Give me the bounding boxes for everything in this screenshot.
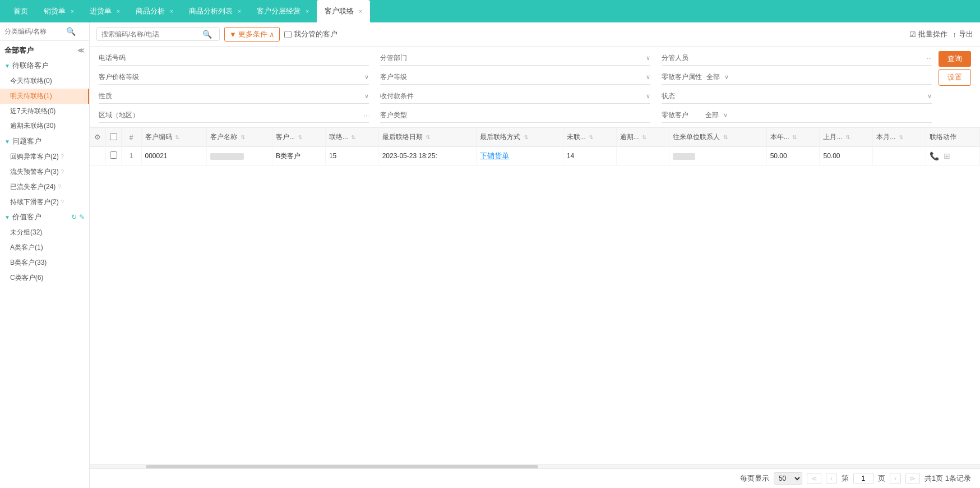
nav-product-analysis-list[interactable]: 商品分析列表 × [181, 0, 249, 22]
col-customer-code[interactable]: 客户编码 ⇅ [141, 128, 207, 147]
nav-purchase[interactable]: 进货单 × [82, 0, 128, 22]
col-this-month[interactable]: 本月... ⇅ [873, 128, 926, 147]
col-check [105, 128, 121, 147]
table-settings-icon[interactable]: ⚙ [94, 133, 101, 141]
value-triangle-icon: ▼ [4, 214, 10, 220]
value-customers-group[interactable]: ▼ 价值客户 ↻ ✎ [0, 209, 89, 225]
per-page-label: 每页显示 [740, 473, 769, 484]
more-filters-button[interactable]: ▼ 更多条件 ∧ [224, 27, 280, 42]
sidebar-search-icon[interactable]: 🔍 [66, 27, 76, 36]
action-grid-icon[interactable]: ⊞ [944, 151, 950, 160]
sidebar-item-class-c[interactable]: C类客户(6) [0, 270, 89, 286]
filter-nature-field: 性质 ∨ [99, 89, 369, 104]
nav-purchase-close[interactable]: × [117, 8, 120, 15]
col-settings[interactable]: ⚙ [90, 128, 105, 147]
export-button[interactable]: ↑ 导出 [953, 29, 974, 39]
filter-phone-input[interactable] [142, 54, 369, 62]
last-date-sort-icon: ⇅ [426, 134, 430, 140]
filter-region-label: 区域（地区） [99, 111, 139, 120]
row-code-cell: 000021 [141, 147, 207, 165]
nav-product-analysis-list-close[interactable]: × [238, 8, 241, 15]
value-edit-icon[interactable]: ✎ [79, 213, 85, 221]
filter-payment-arrow[interactable]: ∨ [646, 93, 650, 100]
pending-customers-group[interactable]: ▼ 待联络客户 [0, 58, 89, 73]
sidebar-item-churn-warning[interactable]: 流失预警客户(3) ? [0, 164, 89, 179]
filter-nature-label: 性质 [99, 91, 138, 101]
sidebar-item-7days[interactable]: 近7天待联络(0) [0, 104, 89, 119]
sidebar-item-repurchase-anomaly[interactable]: 回购异常客户(2) ? [0, 149, 89, 164]
nav-product-analysis[interactable]: 商品分析 × [128, 0, 181, 22]
toolbar-search-icon[interactable]: 🔍 [202, 30, 212, 39]
row-last-date-cell: 2023-05-23 18:25: [378, 147, 477, 165]
nav-home[interactable]: 首页 [6, 0, 36, 22]
first-page-button[interactable]: ⊲ [807, 473, 821, 484]
row-this-year-cell: 50.00 [766, 147, 820, 165]
next-page-button[interactable]: › [890, 473, 901, 484]
sidebar-collapse-icon[interactable]: ≪ [77, 47, 85, 54]
col-unit-contact[interactable]: 往来单位联系人 ⇅ [669, 128, 766, 147]
col-not-contacted[interactable]: 未联... ⇅ [563, 128, 616, 147]
sidebar-item-overdue[interactable]: 逾期未联络(30) [0, 118, 89, 133]
nav-customer-contact-close[interactable]: × [359, 8, 362, 15]
sidebar-item-class-b[interactable]: B类客户(33) [0, 255, 89, 270]
per-page-select[interactable]: 50 100 200 [774, 472, 802, 485]
sidebar-item-ungrouped[interactable]: 未分组(32) [0, 225, 89, 240]
prev-page-button[interactable]: ‹ [826, 473, 837, 484]
problem-triangle-icon: ▼ [4, 139, 10, 145]
sidebar-item-class-a[interactable]: A类客户(1) [0, 240, 89, 255]
value-refresh-icon[interactable]: ↻ [71, 213, 77, 221]
nav-sales-close[interactable]: × [71, 8, 74, 15]
pagination-bar: 每页显示 50 100 200 ⊲ ‹ 第 页 › ⊳ 共1页 1条记录 [90, 468, 980, 488]
batch-operations-button[interactable]: ☑ 批量操作 [909, 29, 947, 39]
row-num-cell: 1 [121, 147, 141, 165]
col-last-date[interactable]: 最后联络日期 ⇅ [378, 128, 477, 147]
row-checkbox[interactable] [110, 151, 117, 159]
filter-nature-arrow[interactable]: ∨ [364, 93, 369, 100]
table-row: 1 000021 B类客户 15 2023-05-23 18:25: 下销货单 … [90, 147, 980, 165]
col-last-method[interactable]: 最后联络方式 ⇅ [477, 128, 563, 147]
filter-phone-label: 电话号码 [99, 53, 138, 63]
filter-manager-dots[interactable]: ··· [927, 55, 932, 62]
col-customer-name[interactable]: 客户名称 ⇅ [207, 128, 272, 147]
action-phone-icon[interactable]: 📞 [930, 151, 939, 160]
last-page-button[interactable]: ⊳ [905, 473, 920, 484]
toolbar-search-input[interactable] [101, 30, 202, 38]
filter-customer-grade-arrow[interactable]: ∨ [646, 73, 650, 81]
sidebar-item-tomorrow[interactable]: 明天待联络(1) [0, 89, 89, 104]
select-all-checkbox[interactable] [110, 133, 117, 140]
page-label: 第 [842, 473, 849, 484]
col-overdue[interactable]: 逾期... ⇅ [616, 128, 669, 147]
settings-button[interactable]: 设置 [939, 69, 971, 86]
nav-sales[interactable]: 销货单 × [36, 0, 82, 22]
filter-retail-attr-value: 全部 [706, 72, 720, 82]
problem-customers-group[interactable]: ▼ 问题客户 [0, 133, 89, 149]
col-last-month[interactable]: 上月... ⇅ [820, 128, 873, 147]
filter-retail-attr-arrow[interactable]: ∨ [724, 73, 729, 81]
nav-customer-contact[interactable]: 客户联络 × [317, 0, 370, 22]
last-method-link[interactable]: 下销货单 [480, 151, 509, 160]
sidebar-item-churned[interactable]: 已流失客户(24) ? [0, 179, 89, 195]
my-customer-checkbox[interactable] [284, 31, 292, 38]
col-this-year[interactable]: 本年... ⇅ [766, 128, 820, 147]
nav-customer-segmentation-close[interactable]: × [306, 8, 309, 15]
page-number-input[interactable] [853, 473, 873, 484]
sidebar-item-declining[interactable]: 持续下滑客户(2) ? [0, 195, 89, 210]
scrollbar-thumb[interactable] [146, 465, 538, 468]
col-contact-count[interactable]: 联络... ⇅ [325, 128, 378, 147]
sidebar-item-today[interactable]: 今天待联络(0) [0, 73, 89, 89]
filter-retail-customer-arrow[interactable]: ∨ [723, 112, 728, 119]
nav-customer-segmentation[interactable]: 客户分层经营 × [249, 0, 317, 22]
col-customer-type[interactable]: 客户... ⇅ [272, 128, 326, 147]
filter-status-arrow[interactable]: ∨ [927, 93, 932, 100]
row-not-contacted-cell: 14 [563, 147, 616, 165]
nav-product-analysis-close[interactable]: × [170, 8, 173, 15]
filter-region-dots[interactable]: ··· [364, 112, 369, 119]
not-contacted-sort-icon: ⇅ [589, 134, 593, 140]
sidebar-search-input[interactable] [4, 27, 66, 35]
code-sort-icon: ⇅ [175, 134, 179, 140]
query-button[interactable]: 查询 [939, 51, 971, 67]
filter-price-grade-arrow[interactable]: ∨ [364, 73, 369, 81]
horizontal-scrollbar[interactable] [90, 464, 980, 468]
all-customers-label[interactable]: 全部客户 [4, 45, 34, 56]
filter-dept-arrow[interactable]: ∨ [646, 54, 650, 62]
